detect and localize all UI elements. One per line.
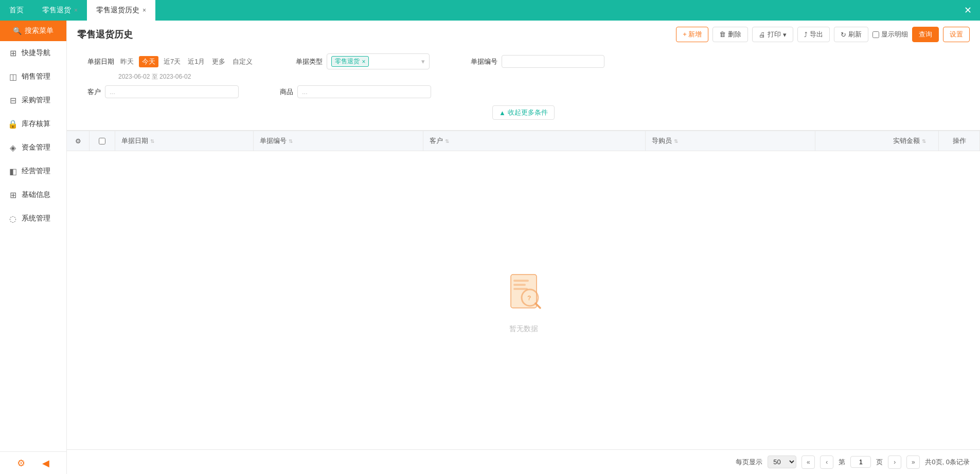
- sidebar-item-finance[interactable]: ◈ 资金管理: [0, 136, 66, 159]
- page-title-row: 零售退货历史 + 新增 🗑 删除 🖨 打印 ▾ ⤴ 导出 ↻: [77, 27, 970, 42]
- sidebar-item-finance-label: 资金管理: [22, 143, 50, 152]
- tab-retail-return-close[interactable]: ×: [74, 7, 78, 14]
- sidebar-bottom: ⚙ ◀: [0, 451, 66, 474]
- date-custom[interactable]: 自定义: [230, 56, 255, 67]
- th-checkbox[interactable]: [90, 131, 115, 151]
- sidebar-item-operation[interactable]: ◧ 经营管理: [0, 159, 66, 183]
- filter-date: 单据日期 昨天 今天 近7天 近1月 更多 自定义: [87, 56, 255, 67]
- next-page-btn[interactable]: ›: [888, 455, 901, 469]
- sidebar-item-basic-info[interactable]: ⊞ 基础信息: [0, 183, 66, 207]
- pagination-bar: 每页显示 10 20 50 100 « ‹ 第 页 › » 共0页, 0条记录: [67, 449, 980, 474]
- sidebar-item-sales-mgmt[interactable]: ◫ 销售管理: [0, 65, 66, 88]
- sidebar-item-quick-nav[interactable]: ⊞ 快捷导航: [0, 41, 66, 65]
- empty-illustration: ?: [498, 267, 549, 318]
- tab-retail-return-history-label: 零售退货历史: [96, 6, 139, 15]
- select-all-checkbox[interactable]: [99, 138, 105, 144]
- th-customer: 客户 ⇅: [423, 131, 646, 151]
- table-settings-icon[interactable]: ⚙: [75, 137, 81, 145]
- print-icon: 🖨: [759, 31, 765, 39]
- date-7days[interactable]: 近7天: [162, 56, 183, 67]
- export-button[interactable]: ⤴ 导出: [797, 27, 830, 42]
- sidebar-nav: ⊞ 快捷导航 ◫ 销售管理 ⊟ 采购管理 🔒 库存核算 ◈ 资金管理 ◧ 经营管…: [0, 41, 66, 451]
- customer-input[interactable]: ...: [105, 85, 239, 98]
- th-guide: 导购员 ⇅: [646, 131, 815, 151]
- type-select[interactable]: 零售退货 × ▾: [327, 53, 430, 69]
- export-icon: ⤴: [804, 31, 808, 39]
- num-input[interactable]: [502, 55, 604, 68]
- show-detail-label[interactable]: 显示明细: [872, 30, 908, 39]
- tab-home-label: 首页: [9, 6, 24, 15]
- window-close-btn[interactable]: ✕: [964, 5, 972, 16]
- goods-filter-label: 商品: [280, 87, 293, 97]
- topbar-tabs: 首页 零售退货 × 零售退货历史 ×: [0, 0, 964, 21]
- sidebar-search-label: 搜索菜单: [25, 26, 54, 35]
- sidebar-item-purchase-mgmt[interactable]: ⊟ 采购管理: [0, 88, 66, 112]
- th-settings[interactable]: ⚙: [67, 131, 90, 151]
- refresh-button[interactable]: ↻ 刷新: [834, 27, 868, 42]
- show-detail-checkbox[interactable]: [872, 31, 879, 38]
- tab-retail-return-history[interactable]: 零售退货历史 ×: [87, 0, 155, 21]
- collapse-filter-btn[interactable]: ▲ 收起更多条件: [492, 105, 555, 120]
- topbar: 首页 零售退货 × 零售退货历史 × ✕: [0, 0, 980, 21]
- tab-retail-return[interactable]: 零售退货 ×: [33, 0, 87, 21]
- inventory-icon: 🔒: [8, 119, 17, 129]
- sidebar-item-sales-mgmt-label: 销售管理: [22, 72, 50, 81]
- svg-text:?: ?: [527, 295, 531, 302]
- tab-home[interactable]: 首页: [0, 0, 33, 21]
- filter-customer: 客户 ...: [87, 85, 239, 98]
- goods-input[interactable]: ...: [297, 85, 431, 98]
- goods-placeholder: ...: [302, 88, 308, 96]
- type-select-dropdown-icon: ▾: [421, 58, 425, 65]
- new-button[interactable]: + 新增: [676, 27, 708, 42]
- query-button[interactable]: 查询: [912, 27, 939, 42]
- sidebar-item-quick-nav-label: 快捷导航: [22, 48, 50, 58]
- sidebar-item-purchase-mgmt-label: 采购管理: [22, 96, 50, 105]
- th-num: 单据编号 ⇅: [254, 131, 423, 151]
- empty-text: 暂无数据: [509, 324, 538, 334]
- customer-sort-icon[interactable]: ⇅: [445, 138, 449, 144]
- date-sort-icon[interactable]: ⇅: [150, 138, 154, 144]
- operation-icon: ◧: [8, 167, 17, 176]
- date-today[interactable]: 今天: [139, 56, 158, 67]
- export-label: 导出: [810, 30, 823, 39]
- tab-retail-return-label: 零售退货: [42, 6, 71, 15]
- settings-icon[interactable]: ⚙: [17, 458, 25, 469]
- sidebar-item-inventory[interactable]: 🔒 库存核算: [0, 112, 66, 136]
- sidebar-search[interactable]: 🔍 搜索菜单: [0, 21, 66, 41]
- collapse-icon: ▲: [499, 109, 506, 117]
- collapse-sidebar-icon[interactable]: ◀: [42, 458, 49, 469]
- filter-type: 单据类型 零售退货 × ▾: [296, 53, 430, 69]
- search-icon: 🔍: [13, 27, 22, 35]
- date-more[interactable]: 更多: [210, 56, 227, 67]
- purchase-mgmt-icon: ⊟: [8, 96, 17, 105]
- tab-retail-return-history-close[interactable]: ×: [142, 7, 146, 14]
- content: 零售退货历史 + 新增 🗑 删除 🖨 打印 ▾ ⤴ 导出 ↻: [67, 21, 980, 474]
- th-num-label: 单据编号: [260, 136, 287, 145]
- delete-button[interactable]: 🗑 删除: [712, 27, 748, 42]
- type-filter-label: 单据类型: [296, 57, 323, 66]
- type-tag-close[interactable]: ×: [362, 58, 365, 65]
- sidebar-item-sys-mgmt[interactable]: ◌ 系统管理: [0, 207, 66, 230]
- page-label: 第: [839, 458, 845, 467]
- refresh-icon: ↻: [841, 31, 846, 39]
- sales-mgmt-icon: ◫: [8, 72, 17, 81]
- set-button[interactable]: 设置: [943, 27, 970, 42]
- num-sort-icon[interactable]: ⇅: [289, 138, 293, 144]
- type-tag: 零售退货 ×: [331, 56, 369, 67]
- print-button[interactable]: 🖨 打印 ▾: [752, 27, 793, 42]
- guide-sort-icon[interactable]: ⇅: [674, 138, 678, 144]
- prev-page-btn[interactable]: ‹: [820, 455, 833, 469]
- first-page-btn[interactable]: «: [801, 455, 815, 469]
- amount-sort-icon[interactable]: ⇅: [922, 138, 926, 144]
- print-label: 打印: [768, 30, 781, 39]
- filter-goods: 商品 ...: [280, 85, 431, 98]
- page-unit: 页: [876, 458, 883, 467]
- page-input[interactable]: [850, 456, 871, 468]
- date-yesterday[interactable]: 昨天: [118, 56, 136, 67]
- page-size-select[interactable]: 10 20 50 100: [768, 455, 796, 468]
- svg-rect-2: [513, 284, 526, 286]
- filter-row-2: 客户 ... 商品 ...: [87, 85, 959, 98]
- sys-mgmt-icon: ◌: [8, 214, 17, 223]
- date-1month[interactable]: 近1月: [186, 56, 207, 67]
- last-page-btn[interactable]: »: [906, 455, 920, 469]
